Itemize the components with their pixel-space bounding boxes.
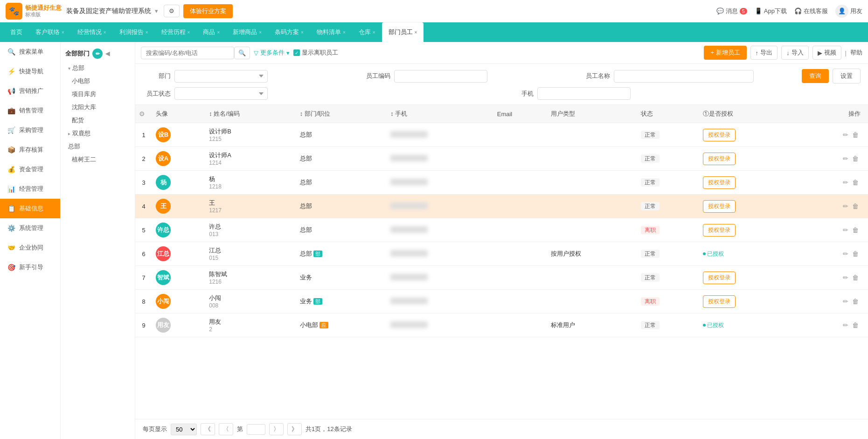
help-label[interactable]: 帮助 <box>850 49 862 57</box>
dept-node-总部[interactable]: 总部 <box>61 140 135 153</box>
sidebar-item-经营管理[interactable]: 📊经营管理 <box>0 179 60 199</box>
dropdown-arrow[interactable]: ▾ <box>155 7 158 14</box>
cell-dept: 小电部应 <box>296 314 387 337</box>
navtab-新增商品[interactable]: 新增商品 × <box>226 22 268 42</box>
filter-more-button[interactable]: ▽ 更多条件 ▾ <box>254 49 290 57</box>
navtab-close-部门员工[interactable]: × <box>415 30 417 35</box>
sidebar-item-营销推广[interactable]: 📢营销推广 <box>0 81 60 101</box>
column-settings-icon[interactable]: ⚙ <box>139 110 145 118</box>
dept-node-总部[interactable]: ▾总部 <box>61 62 135 75</box>
navtab-close-经营历程[interactable]: × <box>187 30 190 35</box>
app-download-button[interactable]: 📱 App下载 <box>755 7 787 15</box>
sidebar-item-基础信息[interactable]: 📋基础信息 <box>0 199 60 218</box>
navtab-close-新增商品[interactable]: × <box>259 30 262 35</box>
navtab-利润报告[interactable]: 利润报告 × <box>113 22 155 42</box>
delete-button[interactable]: 🗑 <box>850 154 861 163</box>
dept-node-沈阳大库[interactable]: 沈阳大库 <box>61 101 135 114</box>
dept-node-小电部[interactable]: 小电部 <box>61 75 135 88</box>
navtab-close-仓库[interactable]: × <box>373 30 375 35</box>
query-button[interactable]: 查询 <box>802 69 829 83</box>
navtab-close-经营情况[interactable]: × <box>104 30 106 35</box>
edit-button[interactable]: ✏ <box>841 202 850 211</box>
navtab-经营情况[interactable]: 经营情况 × <box>71 22 113 42</box>
sidebar-item-搜索菜单[interactable]: 🔍搜索菜单 <box>0 42 60 62</box>
dept-node-项目库房[interactable]: 项目库房 <box>61 88 135 101</box>
delete-button[interactable]: 🗑 <box>850 178 861 187</box>
page-number-input[interactable]: 1 <box>247 424 265 435</box>
prev-page-button[interactable]: 〈 <box>219 423 233 435</box>
dept-filter-select[interactable] <box>174 70 268 83</box>
dept-edit-button[interactable]: ✏ <box>92 49 103 59</box>
navtab-close-客户联络[interactable]: × <box>62 30 64 35</box>
dept-node-植树王二[interactable]: 植树王二 <box>61 153 135 166</box>
import-button[interactable]: ↓ 导入 <box>781 46 809 60</box>
user-avatar[interactable]: 👤 用友 <box>835 5 862 18</box>
navtab-首页[interactable]: 首页 <box>4 22 29 42</box>
phone-input[interactable] <box>537 87 631 100</box>
export-button[interactable]: ↑ 导出 <box>750 46 778 60</box>
next-page-button[interactable]: 〉 <box>269 423 284 435</box>
navtab-商品[interactable]: 商品 × <box>196 22 226 42</box>
per-page-select[interactable]: 50 100 <box>171 424 197 435</box>
sidebar-item-销售管理[interactable]: 💼销售管理 <box>0 101 60 120</box>
edit-button[interactable]: ✏ <box>841 130 850 139</box>
navtab-close-条码方案[interactable]: × <box>301 30 304 35</box>
delete-button[interactable]: 🗑 <box>850 130 861 139</box>
auth-button[interactable]: 授权登录 <box>703 153 736 165</box>
navtab-经营历程[interactable]: 经营历程 × <box>155 22 197 42</box>
auth-button[interactable]: 授权登录 <box>703 272 736 284</box>
edit-button[interactable]: ✏ <box>841 321 850 330</box>
auth-button[interactable]: 授权登录 <box>703 176 736 189</box>
employee-code-input[interactable] <box>394 70 487 83</box>
navtab-close-利润报告[interactable]: × <box>146 30 148 35</box>
navtab-客户联络[interactable]: 客户联络 × <box>29 22 71 42</box>
last-page-button[interactable]: 》 <box>287 423 302 435</box>
sidebar-item-快捷导航[interactable]: ⚡快捷导航 <box>0 62 60 81</box>
delete-button[interactable]: 🗑 <box>850 273 861 282</box>
add-employee-button[interactable]: + 新增员工 <box>704 46 746 60</box>
search-input[interactable] <box>141 47 234 59</box>
navtab-close-物料清单[interactable]: × <box>343 30 346 35</box>
edit-button[interactable]: ✏ <box>841 225 850 235</box>
delete-button[interactable]: 🗑 <box>850 225 861 235</box>
employee-name-input[interactable] <box>614 70 754 83</box>
employee-status-select[interactable] <box>174 87 268 100</box>
sidebar-item-企业协同[interactable]: 🤝企业协同 <box>0 238 60 258</box>
dept-collapse-button[interactable]: ◀ <box>105 50 110 57</box>
auth-button[interactable]: 授权登录 <box>703 295 736 308</box>
show-resigned-toggle[interactable]: ✓ 显示离职员工 <box>293 49 338 57</box>
navtab-仓库[interactable]: 仓库 × <box>352 22 382 42</box>
sidebar-item-采购管理[interactable]: 🛒采购管理 <box>0 120 60 140</box>
view-button[interactable]: ▶ 视频 <box>812 46 841 60</box>
sidebar-item-资金管理[interactable]: 💰资金管理 <box>0 160 60 179</box>
navtab-close-商品[interactable]: × <box>217 30 220 35</box>
delete-button[interactable]: 🗑 <box>850 297 861 306</box>
edit-button[interactable]: ✏ <box>841 154 850 163</box>
messages-button[interactable]: 💬 消息 5 <box>716 7 747 15</box>
auth-button[interactable]: 授权登录 <box>703 224 736 237</box>
navtab-条码方案[interactable]: 条码方案 × <box>268 22 310 42</box>
edit-button[interactable]: ✏ <box>841 178 850 187</box>
set-button[interactable]: 设置 <box>833 69 861 84</box>
edit-button[interactable]: ✏ <box>841 297 850 306</box>
gear-button[interactable]: ⚙ <box>164 5 180 17</box>
delete-button[interactable]: 🗑 <box>850 202 861 211</box>
delete-button[interactable]: 🗑 <box>850 249 861 258</box>
experience-button[interactable]: 体验行业方案 <box>183 4 233 18</box>
delete-button[interactable]: 🗑 <box>850 321 861 330</box>
search-button[interactable]: 🔍 <box>234 47 250 59</box>
edit-button[interactable]: ✏ <box>841 273 850 282</box>
first-page-button[interactable]: 《 <box>201 423 215 435</box>
auth-button[interactable]: 授权登录 <box>703 129 736 141</box>
show-resigned-checkbox[interactable]: ✓ <box>293 49 300 56</box>
navtab-物料清单[interactable]: 物料清单 × <box>310 22 352 42</box>
sidebar-item-库存核算[interactable]: 📦库存核算 <box>0 140 60 160</box>
auth-button[interactable]: 授权登录 <box>703 200 736 213</box>
dept-node-配货[interactable]: 配货 <box>61 114 135 127</box>
online-service-button[interactable]: 🎧 在线客服 <box>794 7 828 15</box>
sidebar-item-系统管理[interactable]: ⚙️系统管理 <box>0 218 60 238</box>
navtab-部门员工[interactable]: 部门员工 × <box>382 22 424 42</box>
sidebar-item-新手引导[interactable]: 🎯新手引导 <box>0 258 60 277</box>
dept-node-双鹿想[interactable]: ▸双鹿想 <box>61 127 135 140</box>
edit-button[interactable]: ✏ <box>841 249 850 258</box>
